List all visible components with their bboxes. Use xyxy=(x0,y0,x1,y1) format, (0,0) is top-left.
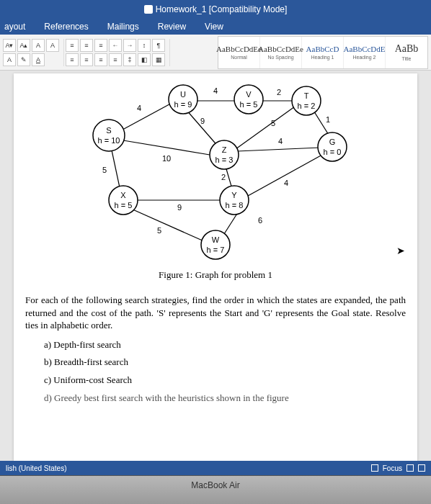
node-Z: Z h = 3 xyxy=(210,140,239,169)
status-bar: lish (United States) Focus xyxy=(0,461,431,475)
tab-view[interactable]: View xyxy=(200,19,228,35)
svg-text:5: 5 xyxy=(271,119,275,127)
bullets-button[interactable]: ≡ xyxy=(66,39,79,52)
problem-text: For each of the following search strateg… xyxy=(25,294,406,332)
tab-mailings[interactable]: Mailings xyxy=(103,19,143,35)
svg-text:Z: Z xyxy=(222,145,227,154)
node-V: V h = 5 xyxy=(234,85,263,114)
svg-text:5: 5 xyxy=(157,226,161,235)
page: 4 4 2 1 9 5 4 10 5 9 2 4 6 5 xyxy=(14,73,417,461)
font-dec-button[interactable]: A▾ xyxy=(3,39,16,52)
svg-text:h = 0: h = 0 xyxy=(324,148,342,156)
document-title: Homework_1 [Compatibility Mode] xyxy=(156,4,288,14)
svg-line-7 xyxy=(123,140,210,155)
svg-text:10: 10 xyxy=(162,154,171,163)
svg-text:h = 8: h = 8 xyxy=(226,201,244,210)
svg-text:h = 10: h = 10 xyxy=(98,136,120,145)
status-focus[interactable]: Focus xyxy=(383,464,402,472)
svg-text:6: 6 xyxy=(258,216,262,225)
style-no-spacing[interactable]: AaBbCcDdEe No Spacing xyxy=(260,37,302,68)
option-c: c) Uniform-cost Search xyxy=(44,372,406,390)
node-G: G h = 0 xyxy=(318,132,347,161)
ribbon-tabs: ayout References Mailings Review View xyxy=(0,19,431,35)
svg-text:9: 9 xyxy=(177,203,182,212)
svg-text:h = 5: h = 5 xyxy=(115,201,133,210)
svg-text:h = 5: h = 5 xyxy=(240,100,258,109)
svg-text:h = 3: h = 3 xyxy=(216,156,234,164)
option-d: d) Greedy best first search with the heu… xyxy=(44,390,318,408)
svg-text:W: W xyxy=(212,235,220,244)
svg-text:5: 5 xyxy=(102,166,107,174)
multilevel-button[interactable]: ≡ xyxy=(94,39,107,52)
align-right-button[interactable]: ≡ xyxy=(94,53,107,66)
shading-button[interactable]: ◧ xyxy=(138,53,151,66)
svg-line-6 xyxy=(237,148,320,151)
svg-text:G: G xyxy=(329,138,336,146)
status-focus-icon[interactable] xyxy=(371,464,378,472)
svg-text:4: 4 xyxy=(137,104,141,112)
node-U: U h = 9 xyxy=(169,85,197,114)
word-icon xyxy=(144,5,153,14)
svg-text:h = 2: h = 2 xyxy=(298,102,316,110)
indent-dec-button[interactable]: ← xyxy=(109,39,122,52)
tab-review[interactable]: Review xyxy=(154,19,190,35)
tab-layout[interactable]: ayout xyxy=(0,19,30,35)
svg-text:h = 9: h = 9 xyxy=(174,100,192,109)
svg-text:1: 1 xyxy=(326,115,330,124)
font-inc-button[interactable]: A▴ xyxy=(17,39,30,52)
node-X: X h = 5 xyxy=(109,186,138,215)
status-view-icon[interactable] xyxy=(406,464,414,472)
document-area[interactable]: 4 4 2 1 9 5 4 10 5 9 2 4 6 5 xyxy=(0,71,431,461)
ribbon: A▾ A▴ A A A ✎ A ≡ ≡ ≡ ← → ↕ ¶ ≡ xyxy=(0,35,431,71)
highlight-button[interactable]: ✎ xyxy=(17,53,30,66)
indent-inc-button[interactable]: → xyxy=(123,39,136,52)
node-T: T h = 2 xyxy=(292,86,321,115)
borders-button[interactable]: ▦ xyxy=(152,53,165,66)
underline-color-button[interactable]: A xyxy=(32,53,45,66)
title-bar: Homework_1 [Compatibility Mode] xyxy=(0,0,431,19)
option-b: b) Breadth-first search xyxy=(44,354,406,372)
justify-button[interactable]: ≡ xyxy=(109,53,122,66)
styles-gallery[interactable]: AaBbCcDdEe Normal AaBbCcDdEe No Spacing … xyxy=(218,36,428,69)
svg-text:h = 7: h = 7 xyxy=(207,246,225,254)
svg-line-0 xyxy=(116,101,176,133)
svg-line-13 xyxy=(131,209,204,241)
svg-text:4: 4 xyxy=(213,86,218,95)
laptop-label: MacBook Air xyxy=(0,475,431,504)
svg-text:9: 9 xyxy=(200,117,205,125)
svg-text:S: S xyxy=(106,126,111,135)
line-spacing-button[interactable]: ‡ xyxy=(123,53,136,66)
font-color-button[interactable]: A xyxy=(3,53,16,66)
svg-text:4: 4 xyxy=(278,137,283,145)
svg-text:Y: Y xyxy=(231,191,237,199)
numbering-button[interactable]: ≡ xyxy=(80,39,93,52)
option-a: a) Depth-first search xyxy=(44,336,406,354)
svg-text:X: X xyxy=(120,191,126,199)
status-language[interactable]: lish (United States) xyxy=(6,464,66,472)
svg-text:4: 4 xyxy=(284,179,288,187)
node-S: S h = 10 xyxy=(93,120,125,151)
figure-caption: Figure 1: Graph for problem 1 xyxy=(159,269,272,281)
node-W: W h = 7 xyxy=(201,230,230,259)
style-heading2[interactable]: AaBbCcDdE Heading 2 xyxy=(344,37,386,68)
align-center-button[interactable]: ≡ xyxy=(80,53,93,66)
svg-text:V: V xyxy=(246,90,252,99)
font-clear-button[interactable]: A xyxy=(32,39,45,52)
svg-line-4 xyxy=(186,109,219,148)
svg-text:2: 2 xyxy=(221,173,226,181)
style-heading1[interactable]: AaBbCcD Heading 1 xyxy=(302,37,344,68)
sort-button[interactable]: ↕ xyxy=(138,39,151,52)
svg-line-11 xyxy=(248,155,322,196)
tab-references[interactable]: References xyxy=(40,19,92,35)
status-zoom-icon[interactable] xyxy=(418,464,425,472)
graph-figure: 4 4 2 1 9 5 4 10 5 9 2 4 6 5 xyxy=(64,79,367,266)
node-Y: Y h = 8 xyxy=(220,186,249,215)
align-left-button[interactable]: ≡ xyxy=(66,53,79,66)
svg-text:U: U xyxy=(180,90,186,99)
style-title[interactable]: AaBb Title xyxy=(386,37,427,68)
font-effect-button[interactable]: A xyxy=(46,39,59,52)
svg-text:2: 2 xyxy=(277,88,281,96)
svg-line-8 xyxy=(111,147,120,191)
pilcrow-button[interactable]: ¶ xyxy=(152,39,165,52)
style-normal[interactable]: AaBbCcDdEe Normal xyxy=(218,37,260,68)
